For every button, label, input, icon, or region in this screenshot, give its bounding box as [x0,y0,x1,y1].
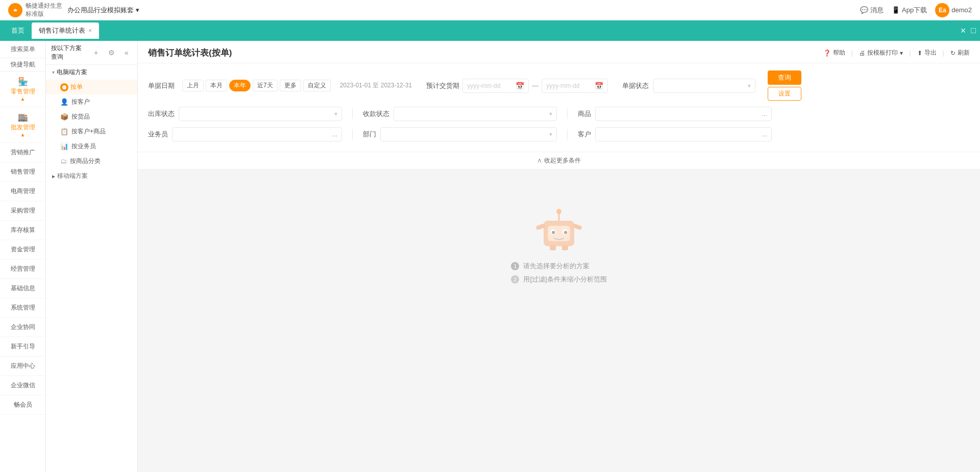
sidebar-item-inventory[interactable]: 库存核算 [0,221,45,240]
tip-num-2: 2 [511,275,519,284]
calendar-start-icon: 📅 [516,82,524,90]
help-icon: ❓ [823,50,831,57]
out-status-input[interactable]: ▾ [179,107,342,121]
mobile-section-arrow: ▸ [52,173,55,180]
scheme-item-goods-category[interactable]: 🗂 按商品分类 [46,154,137,169]
filter-row-2: 出库状态 ▾ 收款状态 ▾ 商品 [148,107,970,121]
page-actions: ❓ 帮助 | 🖨 按模板打印 ▾ | ⬆ 导出 | ↻ 刷新 [823,49,970,57]
salesperson-input[interactable]: ... [172,127,342,141]
goods-input[interactable]: ... [595,107,772,121]
custom-date-btn[interactable]: 自定义 [303,80,331,91]
logo-icon [8,3,22,17]
tab-home[interactable]: 首页 [4,22,32,39]
expected-delivery-group: 预计交货期 yyyy-mm-dd 📅 — yyyy-mm-dd 📅 [426,79,608,93]
customer-more-icon[interactable]: ... [762,131,767,138]
logo-area: 畅捷通好生意 标准版 [8,2,62,18]
sidebar-item-enterprise[interactable]: 企业协同 [0,318,45,337]
filter-divider-1 [352,109,353,119]
last7-btn[interactable]: 近7天 [253,80,278,91]
empty-state: 1 请先选择要分析的方案 2 用[过滤]条件来缩小分析范围 [138,170,980,304]
pc-scheme-section[interactable]: ▾ 电脑端方案 [46,65,137,80]
setting-button[interactable]: 设置 [768,87,801,101]
message-icon: 💬 [860,6,868,14]
pay-status-input[interactable]: ▾ [394,107,557,121]
settings-scheme-button[interactable]: ⚙ [106,47,117,58]
sidebar-item-wxwork[interactable]: 企业微信 [0,376,45,395]
sidebar-item-member[interactable]: 畅会员 [0,395,45,415]
add-scheme-button[interactable]: + [90,47,102,58]
customer-input[interactable]: ... [595,127,772,141]
sidebar-item-finance[interactable]: 资金管理 [0,240,45,259]
sidebar-item-ecommerce[interactable]: 电商管理 [0,182,45,201]
window-close-button[interactable]: × [961,26,966,36]
sidebar-item-sales[interactable]: 销售管理 [0,162,45,182]
sidebar-item-apps[interactable]: 应用中心 [0,357,45,376]
delivery-date-start-input[interactable]: yyyy-mm-dd 📅 [462,79,529,93]
dept-label: 部门 [363,130,376,139]
dept-field: 部门 ▾ [363,127,557,141]
main-layout: 搜索菜单 快捷导航 🏪 零售管理 ▲ 🏬 批发管理 ▲ 营销推广 销售管理 电商… [0,41,980,472]
collapse-bar[interactable]: ∧ 收起更多条件 [138,152,980,170]
mobile-scheme-section[interactable]: ▸ 移动端方案 [46,169,137,183]
sidebar-quick-nav[interactable]: 快捷导航 [0,58,45,72]
top-bar: 畅捷通好生意 标准版 办公用品行业模拟账套 ▾ 💬 消息 📱 App下载 Ea … [0,0,980,20]
goods-scheme-icon: 📦 [60,113,68,121]
sidebar-item-newcomer[interactable]: 新手引导 [0,337,45,357]
collapse-panel-button[interactable]: « [121,47,132,58]
retail-arrow: ▲ [20,96,26,102]
export-button[interactable]: ⬆ 导出 [917,49,937,57]
sidebar-item-marketing[interactable]: 营销推广 [0,143,45,162]
sidebar-quick-nav-label: 快捷导航 [11,60,35,69]
pay-status-field: 收款状态 ▾ [363,107,557,121]
calendar-end-icon: 📅 [595,82,603,90]
scheme-item-cust-goods[interactable]: 📋 按客户+商品 [46,124,137,139]
collapse-bar-label: ∧ 收起更多条件 [537,156,580,165]
empty-tip-2-text: 用[过滤]条件来缩小分析范围 [523,275,606,284]
scheme-item-order[interactable]: 按单 [46,80,137,95]
print-icon: 🖨 [859,50,865,57]
salesperson-more-icon[interactable]: ... [332,131,337,138]
sidebar-item-system[interactable]: 系统管理 [0,298,45,318]
scheme-item-salesperson[interactable]: 📊 按业务员 [46,139,137,154]
refresh-button[interactable]: ↻ 刷新 [950,49,970,57]
this-month-btn[interactable]: 本月 [206,80,227,91]
sidebar-item-operations[interactable]: 经营管理 [0,259,45,279]
app-download-button[interactable]: 📱 App下载 [892,6,927,15]
pay-status-label: 收款状态 [363,109,389,119]
goods-more-icon[interactable]: ... [762,110,767,117]
page-title: 销售订单统计表(按单) [148,47,232,59]
sidebar-search-label: 搜索菜单 [11,45,35,54]
window-maximize-button[interactable]: □ [971,26,976,35]
help-button[interactable]: ❓ 帮助 [823,49,845,57]
date-filter-group: 上月 本月 本年 近7天 更多 自定义 [182,80,331,91]
delivery-date-end-input[interactable]: yyyy-mm-dd 📅 [542,79,608,93]
message-button[interactable]: 💬 消息 [860,6,884,15]
more-date-btn[interactable]: 更多 [280,80,301,91]
left-panel: 按以下方案查询 + ⚙ « ▾ 电脑端方案 按单 👤 按客户 📦 按货品 📋 按… [46,41,138,472]
tab-sales-order-stats[interactable]: 销售订单统计表 × [32,22,99,39]
last-month-btn[interactable]: 上月 [182,80,204,91]
status-select[interactable]: ▾ [653,79,755,93]
avatar: Ea [935,3,949,17]
store-selector[interactable]: 办公用品行业模拟账套 ▾ [67,6,139,15]
sidebar-item-base[interactable]: 基础信息 [0,279,45,298]
empty-tips: 1 请先选择要分析的方案 2 用[过滤]条件来缩小分析范围 [511,262,606,284]
query-button[interactable]: 查询 [768,70,801,85]
wholesale-arrow: ▲ [20,132,26,137]
svg-point-6 [552,231,555,234]
dept-input[interactable]: ▾ [380,127,557,141]
scheme-item-customer[interactable]: 👤 按客户 [46,95,137,109]
empty-icon [528,200,590,251]
user-area[interactable]: Ea demo2 [935,3,972,17]
filter-divider-2 [567,109,568,119]
sidebar-search-area[interactable]: 搜索菜单 [0,41,45,58]
sidebar-item-purchase[interactable]: 采购管理 [0,201,45,221]
this-year-btn[interactable]: 本年 [229,80,251,91]
scheme-item-goods[interactable]: 📦 按货品 [46,109,137,124]
customer-field: 客户 ... [578,127,772,141]
tab-close-icon[interactable]: × [88,27,92,34]
sidebar-item-wholesale[interactable]: 🏬 批发管理 ▲ [0,107,45,143]
template-print-button[interactable]: 🖨 按模板打印 ▾ [859,49,903,57]
sidebar-item-retail[interactable]: 🏪 零售管理 ▲ [0,72,45,107]
panel-toolbar: 按以下方案查询 + ⚙ « [46,41,137,65]
